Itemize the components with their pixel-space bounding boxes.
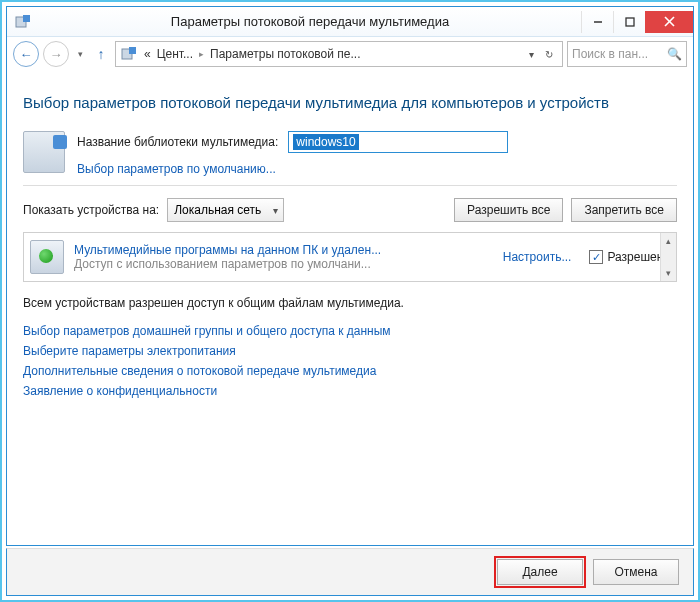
chevron-right-icon: ▸ xyxy=(199,49,204,59)
breadcrumb-segment[interactable]: Параметры потоковой пе... xyxy=(210,47,360,61)
minimize-button[interactable] xyxy=(581,11,613,33)
device-subtitle: Доступ с использованием параметров по ум… xyxy=(74,257,493,271)
block-all-button[interactable]: Запретить все xyxy=(571,198,677,222)
device-title: Мультимедийные программы на данном ПК и … xyxy=(74,243,493,257)
homegroup-link[interactable]: Выбор параметров домашней группы и общег… xyxy=(23,324,677,338)
search-input[interactable]: Поиск в пан... 🔍 xyxy=(567,41,687,67)
divider xyxy=(23,185,677,186)
power-options-link[interactable]: Выберите параметры электропитания xyxy=(23,344,677,358)
location-icon xyxy=(120,46,138,62)
scroll-down-icon[interactable]: ▾ xyxy=(661,265,676,281)
library-icon xyxy=(23,131,65,173)
device-row: Мультимедийные программы на данном ПК и … xyxy=(23,232,677,282)
breadcrumb-segment[interactable]: Цент... xyxy=(157,47,193,61)
allowed-checkbox[interactable]: ✓ xyxy=(589,250,603,264)
library-name-label: Название библиотеки мультимедиа: xyxy=(77,135,278,149)
device-icon xyxy=(30,240,64,274)
maximize-button[interactable] xyxy=(613,11,645,33)
nav-up-button[interactable]: ↑ xyxy=(91,46,111,62)
app-icon xyxy=(13,14,33,30)
search-icon[interactable]: 🔍 xyxy=(667,47,682,61)
privacy-link[interactable]: Заявление о конфиденциальности xyxy=(23,384,677,398)
default-settings-link[interactable]: Выбор параметров по умолчанию... xyxy=(77,162,276,176)
address-bar[interactable]: « Цент... ▸ Параметры потоковой пе... ▾ … xyxy=(115,41,563,67)
svg-rect-7 xyxy=(129,47,136,54)
streaming-info-link[interactable]: Дополнительные сведения о потоковой пере… xyxy=(23,364,677,378)
next-button[interactable]: Далее xyxy=(497,559,583,585)
scrollbar[interactable]: ▴ ▾ xyxy=(660,233,676,281)
svg-rect-3 xyxy=(626,18,634,26)
page-heading: Выбор параметров потоковой передачи муль… xyxy=(23,93,677,113)
allow-all-button[interactable]: Разрешить все xyxy=(454,198,563,222)
address-dropdown-icon[interactable]: ▾ xyxy=(522,49,540,60)
close-button[interactable] xyxy=(645,11,693,33)
status-text: Всем устройствам разрешен доступ к общим… xyxy=(23,296,677,310)
scroll-track[interactable] xyxy=(661,249,676,265)
refresh-icon[interactable]: ↻ xyxy=(540,49,558,60)
customize-link[interactable]: Настроить... xyxy=(503,250,572,264)
library-name-value: windows10 xyxy=(293,134,358,150)
search-placeholder: Поиск в пан... xyxy=(572,47,667,61)
svg-rect-1 xyxy=(23,15,30,22)
cancel-button[interactable]: Отмена xyxy=(593,559,679,585)
nav-history-dropdown[interactable]: ▾ xyxy=(73,49,87,59)
network-select[interactable]: Локальная сеть xyxy=(167,198,284,222)
nav-back-button[interactable]: ← xyxy=(13,41,39,67)
window-title: Параметры потоковой передачи мультимедиа xyxy=(39,14,581,29)
show-devices-label: Показать устройства на: xyxy=(23,203,159,217)
breadcrumb-prefix: « xyxy=(144,47,151,61)
scroll-up-icon[interactable]: ▴ xyxy=(661,233,676,249)
library-name-input[interactable]: windows10 xyxy=(288,131,508,153)
nav-forward-button[interactable]: → xyxy=(43,41,69,67)
